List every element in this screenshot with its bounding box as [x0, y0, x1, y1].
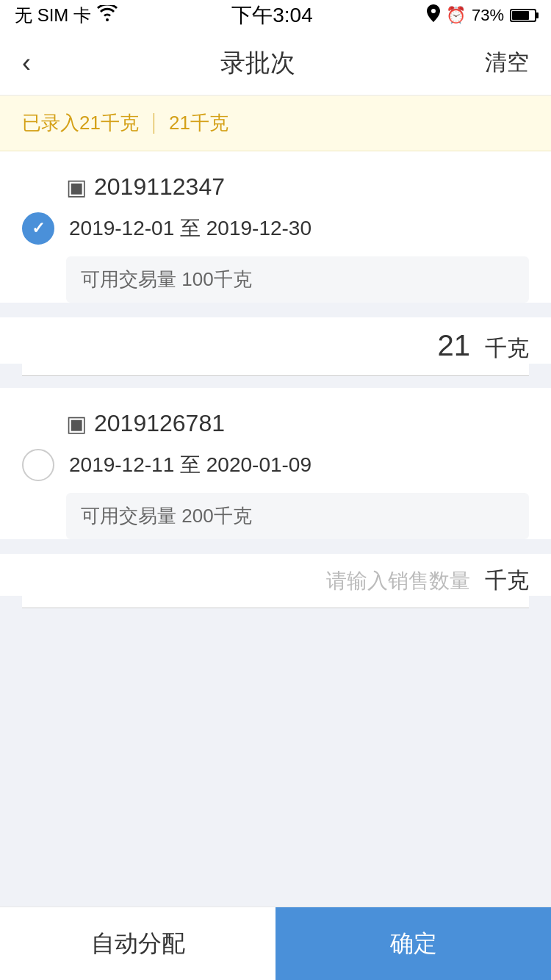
batch-avail-2: 可用交易量 200千克 — [81, 505, 252, 527]
section-divider — [0, 376, 551, 388]
batch-date-row-1: 2019-12-01 至 2019-12-30 — [22, 212, 529, 245]
batch-id-row-1: ▣ 2019112347 — [22, 173, 529, 201]
auto-distribute-button[interactable]: 自动分配 — [0, 907, 276, 980]
amount-value-1: 21 — [438, 329, 471, 362]
bottom-bar: 自动分配 确定 — [0, 907, 551, 980]
amount-unit-1: 千克 — [485, 334, 529, 364]
input-underline-2 — [22, 596, 529, 608]
main-content: 已录入21千克 21千克 ▣ 2019112347 2019-12-01 至 2… — [0, 96, 551, 976]
location-icon — [427, 4, 440, 26]
status-left: 无 SIM 卡 — [15, 4, 118, 27]
info-banner: 已录入21千克 21千克 — [0, 96, 551, 151]
battery-text: 73% — [472, 6, 504, 25]
recorded-label: 已录入21千克 — [22, 110, 139, 136]
status-time: 下午3:04 — [231, 1, 313, 29]
batch-icon-2: ▣ — [66, 411, 87, 436]
recorded-value: 21千克 — [169, 110, 228, 136]
batch-id-row-2: ▣ 2019126781 — [22, 410, 529, 437]
batch-date-1: 2019-12-01 至 2019-12-30 — [69, 215, 311, 242]
batch-item-2: ▣ 2019126781 2019-12-11 至 2020-01-09 可用交… — [0, 388, 551, 539]
radio-btn-2[interactable] — [22, 449, 54, 481]
input-row-2: 请输入销售数量 千克 — [0, 554, 551, 596]
nav-bar: ‹ 录批次 清空 — [0, 31, 551, 96]
status-bar: 无 SIM 卡 下午3:04 ⏰ 73% — [0, 0, 551, 31]
status-right: ⏰ 73% — [427, 4, 536, 26]
info-divider — [154, 113, 154, 134]
batch-id-1: 2019112347 — [94, 173, 225, 201]
batch-icon-1: ▣ — [66, 174, 87, 200]
confirm-button[interactable]: 确定 — [276, 907, 551, 980]
radio-btn-1[interactable] — [22, 212, 54, 245]
amount-row-1: 21 千克 — [0, 317, 551, 364]
empty-space — [0, 608, 551, 902]
input-unit-2: 千克 — [485, 566, 529, 596]
batch-date-2: 2019-12-11 至 2020-01-09 — [69, 451, 311, 479]
clear-button[interactable]: 清空 — [485, 48, 529, 78]
batch-item-1: ▣ 2019112347 2019-12-01 至 2019-12-30 可用交… — [0, 151, 551, 303]
back-button[interactable]: ‹ — [22, 48, 31, 79]
batch-id-2: 2019126781 — [94, 410, 225, 437]
batch-date-row-2: 2019-12-11 至 2020-01-09 — [22, 449, 529, 481]
no-sim-text: 无 SIM 卡 — [15, 4, 91, 27]
wifi-icon — [97, 5, 118, 26]
alarm-icon: ⏰ — [446, 6, 466, 25]
battery-icon — [510, 9, 536, 22]
page-title: 录批次 — [220, 46, 295, 80]
batch-avail-row-2: 可用交易量 200千克 — [66, 493, 529, 539]
batch-avail-1: 可用交易量 100千克 — [81, 268, 252, 290]
amount-underline-1 — [22, 364, 529, 376]
batch-avail-row-1: 可用交易量 100千克 — [66, 256, 529, 303]
input-placeholder-2[interactable]: 请输入销售数量 — [326, 567, 470, 595]
